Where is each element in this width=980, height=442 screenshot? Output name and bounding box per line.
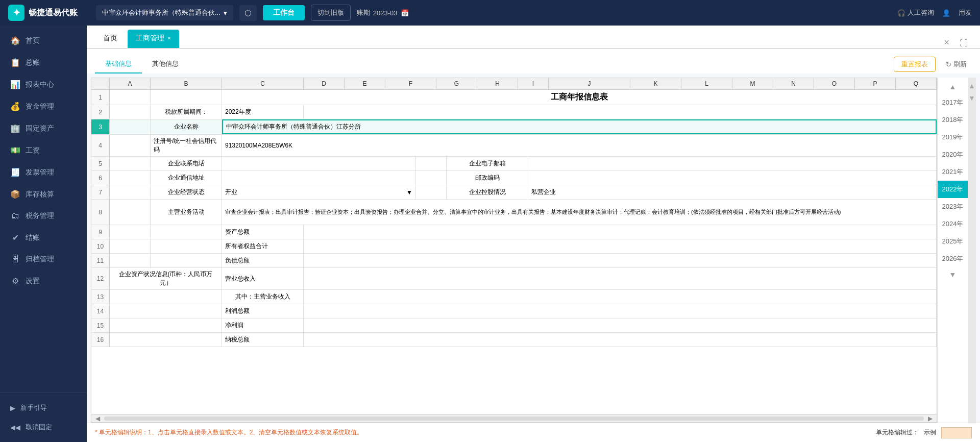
tab-commerce[interactable]: 工商管理 × (128, 30, 179, 48)
cell-2a[interactable] (110, 105, 151, 119)
company-selector[interactable]: 中审众环会计师事务所（特殊普通合伙... ▾ (96, 5, 233, 20)
year-down-arrow[interactable]: ▼ (938, 267, 968, 282)
cell-10-value[interactable] (304, 239, 937, 253)
cell-2b: 税款所属期间： (151, 105, 222, 119)
year-2019[interactable]: 2019年 (938, 129, 968, 146)
sidebar-item-salary[interactable]: 💵 工资 (0, 139, 87, 161)
window-maximize-icon[interactable]: ⛶ (955, 39, 972, 48)
cell-3a[interactable] (110, 119, 151, 134)
cell-1b[interactable] (151, 90, 222, 105)
refresh-icon: ↻ (946, 61, 951, 68)
cell-6a[interactable] (110, 171, 151, 185)
tab-close-icon[interactable]: × (167, 35, 171, 42)
cell-1a[interactable] (110, 90, 151, 105)
cell-6-postal[interactable] (528, 171, 937, 185)
sidebar-item-close-account[interactable]: ✔ 结账 (0, 227, 87, 249)
cell-2-rest[interactable] (304, 105, 937, 119)
edit-hint: * 单元格编辑说明：1、点击单元格直接录入数值或文本。2、清空单元格数值或文本恢… (95, 428, 363, 437)
tab-home[interactable]: 首页 (95, 30, 126, 48)
cell-14-ab[interactable] (110, 304, 222, 318)
year-2017[interactable]: 2017年 (938, 94, 968, 111)
cell-5-email[interactable] (528, 157, 937, 170)
copy-button[interactable]: ⬡ (239, 5, 257, 21)
cell-11a[interactable] (110, 254, 151, 267)
cell-8-activities[interactable]: 审查企业会计报表；出具审计报告；验证企业资本；出具验资报告；办理企业合并、分立、… (222, 200, 937, 225)
cell-7b: 企业经营状态 (151, 185, 222, 199)
sub-tab-other[interactable]: 其他信息 (142, 55, 189, 73)
sidebar-label-ledger: 总账 (26, 58, 40, 67)
old-version-button[interactable]: 切到旧版 (311, 5, 351, 21)
year-2022[interactable]: 2022年 (938, 181, 968, 198)
cell-14-profit[interactable] (304, 304, 937, 318)
sidebar-item-invoice[interactable]: 🧾 发票管理 (0, 161, 87, 183)
sidebar-item-settings[interactable]: ⚙ 设置 (0, 270, 87, 292)
cell-11-value[interactable] (304, 254, 937, 267)
year-2021[interactable]: 2021年 (938, 163, 968, 181)
sidebar-item-unpin[interactable]: ◀◀ 取消固定 (0, 418, 87, 437)
cell-9b[interactable] (151, 225, 222, 239)
cell-5-phone[interactable] (222, 157, 416, 170)
cell-9-value[interactable] (304, 225, 937, 239)
sidebar-item-finance[interactable]: 💰 资金管理 (0, 95, 87, 117)
year-2026[interactable]: 2026年 (938, 250, 968, 267)
year-2018[interactable]: 2018年 (938, 111, 968, 129)
sidebar-label-home: 首页 (26, 36, 40, 45)
sidebar-item-assets[interactable]: 🏢 固定资产 (0, 117, 87, 139)
cell-10b[interactable] (151, 239, 222, 253)
year-2025[interactable]: 2025年 (938, 233, 968, 250)
cell-15-ab[interactable] (110, 318, 222, 332)
finance-icon: 💰 (10, 102, 20, 111)
cell-7i[interactable] (416, 185, 447, 199)
scroll-left-button[interactable]: ◀ (93, 415, 102, 422)
cell-16-tax[interactable] (304, 333, 937, 347)
cell-6-addr[interactable] (222, 171, 416, 185)
sub-tab-basic[interactable]: 基础信息 (95, 55, 142, 73)
sidebar-item-ledger[interactable]: 📋 总账 (0, 52, 87, 73)
tab-home-label: 首页 (103, 34, 117, 43)
window-close-icon[interactable]: × (940, 37, 953, 48)
cell-9a[interactable] (110, 225, 151, 239)
cell-7-holding[interactable]: 私营企业 (528, 185, 937, 199)
sidebar-item-archive[interactable]: 🗄 归档管理 (0, 249, 87, 270)
cell-7-status[interactable]: 开业 ▼ (222, 185, 416, 199)
user-avatar[interactable]: 👤 (942, 9, 950, 17)
col-header-g: G (436, 78, 477, 89)
top-right: 🎧 人工咨询 👤 用友 (897, 8, 972, 17)
cell-2c[interactable]: 2022年度 (222, 105, 304, 119)
col-header-f: F (385, 78, 436, 89)
cell-8a[interactable] (110, 200, 151, 225)
cell-15-net[interactable] (304, 318, 937, 332)
sidebar-item-home[interactable]: 🏠 首页 (0, 30, 87, 52)
cell-4-reg[interactable]: 91320100MA208E5W6K (222, 135, 937, 156)
cell-11b[interactable] (151, 254, 222, 267)
cell-5i[interactable] (416, 157, 447, 170)
year-2024[interactable]: 2024年 (938, 215, 968, 233)
sidebar-item-inventory[interactable]: 📦 库存核算 (0, 183, 87, 205)
cell-13-main-rev[interactable] (304, 290, 937, 304)
scroll-right-button[interactable]: ▶ (926, 415, 935, 422)
sidebar-item-reports[interactable]: 📊 报表中心 (0, 73, 87, 95)
cell-12-revenue[interactable] (304, 268, 937, 289)
reset-report-button[interactable]: 重置报表 (894, 57, 936, 72)
service-button[interactable]: 🎧 人工咨询 (897, 8, 934, 17)
cell-13-ab[interactable] (110, 290, 222, 304)
settings-icon: ⚙ (10, 276, 20, 286)
right-collapse-panel[interactable]: ▲ ▼ (968, 78, 976, 423)
year-2023[interactable]: 2023年 (938, 198, 968, 215)
year-up-arrow[interactable]: ▲ (938, 80, 968, 94)
refresh-button[interactable]: ↻ 刷新 (941, 57, 972, 71)
year-2020[interactable]: 2020年 (938, 146, 968, 163)
cell-6i[interactable] (416, 171, 447, 185)
calendar-icon[interactable]: 📅 (401, 9, 409, 17)
cell-7a[interactable] (110, 185, 151, 199)
cell-4a[interactable] (110, 135, 151, 156)
workbench-button[interactable]: 工作台 (263, 5, 305, 20)
h-scroll-track[interactable] (104, 416, 924, 421)
cell-5a[interactable] (110, 157, 151, 170)
cell-16-ab[interactable] (110, 333, 222, 347)
sidebar-item-tax[interactable]: 🗂 税务管理 (0, 205, 87, 227)
cell-3-company-name[interactable]: 中审众环会计师事务所（特殊普通合伙）江苏分所 (222, 119, 937, 134)
sidebar-label-assets: 固定资产 (26, 124, 54, 133)
sidebar-item-guide[interactable]: ▶ 新手引导 (0, 398, 87, 418)
cell-10a[interactable] (110, 239, 151, 253)
